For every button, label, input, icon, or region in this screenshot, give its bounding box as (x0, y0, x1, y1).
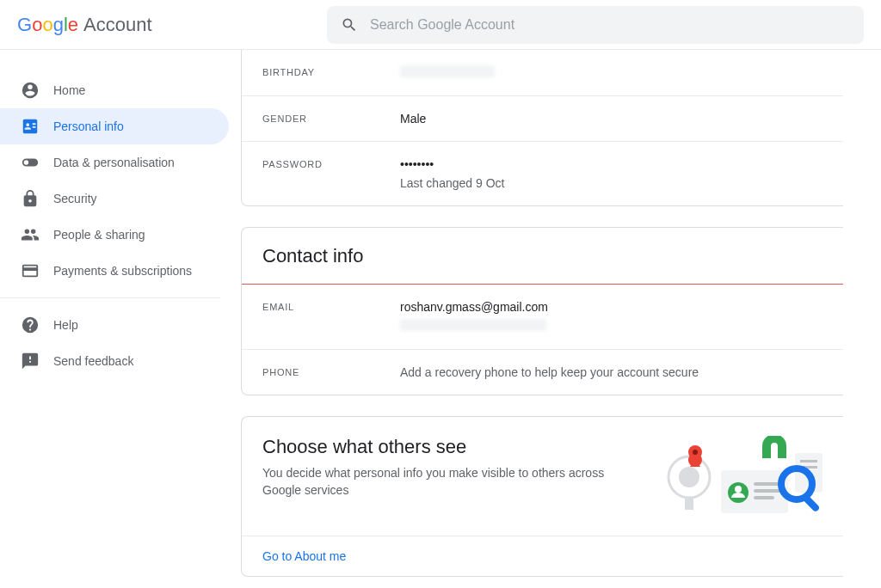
logo-area: Google Account (17, 14, 327, 36)
people-icon (21, 225, 40, 244)
illustration (650, 436, 822, 513)
sidebar-item-label: People & sharing (53, 228, 145, 242)
row-password[interactable]: PASSWORD •••••••• Last changed 9 Oct (242, 141, 843, 205)
row-label: BIRTHDAY (262, 65, 400, 77)
sidebar-item-label: Home (53, 83, 85, 97)
svg-rect-2 (685, 498, 693, 510)
sidebar-item-label: Data & personalisation (53, 156, 175, 169)
row-value: •••••••• (400, 157, 504, 171)
row-label: GENDER (262, 112, 400, 124)
search-input[interactable] (370, 17, 850, 33)
sidebar-item-data-personalisation[interactable]: Data & personalisation (0, 144, 229, 181)
lock-icon (21, 189, 40, 208)
row-phone[interactable]: PHONE Add a recovery phone to help keep … (242, 349, 843, 395)
card-link-row: Go to About me (242, 536, 843, 576)
row-value (400, 65, 495, 80)
account-label: Account (83, 14, 152, 36)
sidebar-item-label: Help (53, 318, 78, 332)
svg-rect-15 (802, 494, 820, 512)
toggle-icon (21, 153, 40, 172)
sidebar-item-help[interactable]: Help (0, 307, 229, 343)
svg-rect-12 (800, 460, 817, 462)
row-subtext (400, 319, 548, 334)
sidebar-item-send-feedback[interactable]: Send feedback (0, 343, 229, 379)
sidebar-item-label: Payments & subscriptions (53, 264, 192, 278)
id-card-icon (21, 117, 40, 136)
google-logo: Google (17, 14, 78, 36)
feedback-icon (21, 352, 40, 371)
row-label: EMAIL (262, 300, 400, 312)
redacted-value (400, 319, 546, 331)
sidebar: Home Personal info Data & personalisatio… (0, 50, 241, 588)
svg-rect-8 (754, 482, 779, 486)
svg-point-7 (735, 486, 742, 493)
sidebar-item-label: Send feedback (53, 354, 133, 368)
help-icon (21, 315, 40, 334)
sidebar-item-personal-info[interactable]: Personal info (0, 108, 229, 144)
sidebar-item-payments-subscriptions[interactable]: Payments & subscriptions (0, 253, 229, 289)
row-label: PHONE (262, 365, 400, 377)
sidebar-item-people-sharing[interactable]: People & sharing (0, 217, 229, 253)
go-to-about-me-link[interactable]: Go to About me (262, 549, 346, 563)
account-circle-icon (21, 81, 40, 100)
row-email[interactable]: EMAIL roshanv.gmass@gmail.com (241, 284, 843, 350)
basic-info-card: BIRTHDAY GENDER Male PASSWORD •••••••• L… (241, 50, 843, 206)
sidebar-item-home[interactable]: Home (0, 72, 229, 108)
card-icon (21, 261, 40, 280)
row-birthday[interactable]: BIRTHDAY (242, 50, 843, 95)
card-description: You decide what personal info you make v… (262, 465, 607, 499)
svg-rect-10 (754, 496, 774, 499)
row-value: Add a recovery phone to help keep your a… (400, 365, 699, 379)
choose-what-others-see-card: Choose what others see You decide what p… (241, 416, 843, 577)
row-subtext: Last changed 9 Oct (400, 176, 504, 190)
redacted-value (400, 65, 495, 77)
sidebar-item-label: Security (53, 192, 97, 205)
search-icon (341, 16, 358, 34)
row-gender[interactable]: GENDER Male (242, 95, 843, 141)
card-title: Choose what others see (262, 436, 650, 458)
search-bar[interactable] (327, 6, 864, 44)
row-label: PASSWORD (262, 157, 400, 169)
row-value: Male (400, 112, 426, 126)
svg-point-4 (693, 450, 698, 455)
svg-point-1 (679, 467, 699, 487)
main-content: BIRTHDAY GENDER Male PASSWORD •••••••• L… (241, 50, 881, 588)
sidebar-item-label: Personal info (53, 119, 124, 133)
sidebar-item-security[interactable]: Security (0, 181, 229, 217)
app-header: Google Account (0, 0, 881, 50)
contact-info-card: Contact info EMAIL roshanv.gmass@gmail.c… (241, 227, 843, 395)
sidebar-divider (0, 297, 220, 298)
section-title: Contact info (242, 228, 843, 285)
row-value: roshanv.gmass@gmail.com (400, 300, 548, 314)
